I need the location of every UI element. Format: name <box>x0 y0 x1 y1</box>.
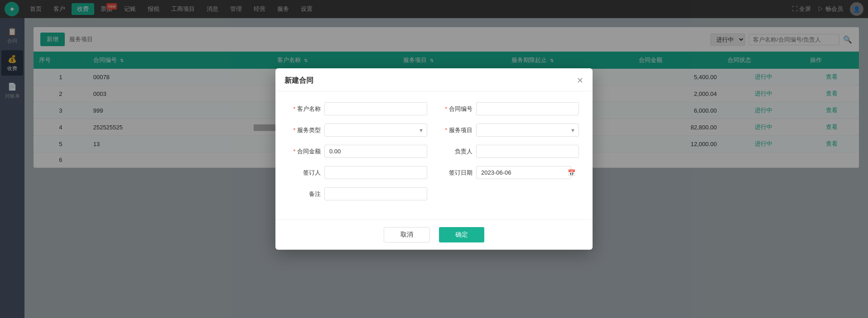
modal-footer: 取消 确定 <box>275 219 593 250</box>
modal-overlay: 新建合同 ✕ 客户名称 合同编号 服务类型 <box>0 0 868 318</box>
cancel-button[interactable]: 取消 <box>384 227 430 242</box>
label-service-item: 服务项目 <box>441 126 473 134</box>
label-note: 备注 <box>289 190 321 198</box>
select-wrapper-service-item: ▼ <box>476 123 579 137</box>
label-amount: 合同金额 <box>289 147 321 156</box>
label-signer: 签订人 <box>289 169 321 177</box>
date-wrapper: 📅 <box>476 166 579 179</box>
label-customer: 客户名称 <box>289 105 321 113</box>
select-wrapper-service-type: ▼ <box>324 123 427 137</box>
form-row-3: 合同金额 负责人 <box>289 145 579 158</box>
modal-title: 新建合同 <box>285 76 313 85</box>
select-service-type[interactable] <box>324 123 427 137</box>
label-service-type: 服务类型 <box>289 126 321 134</box>
input-customer[interactable] <box>324 102 427 115</box>
input-owner[interactable] <box>476 145 579 158</box>
field-service-type: 服务类型 ▼ <box>289 123 427 137</box>
form-row-1: 客户名称 合同编号 <box>289 102 579 115</box>
field-owner: 负责人 <box>441 145 579 158</box>
label-sign-date: 签订日期 <box>441 169 473 177</box>
confirm-button[interactable]: 确定 <box>439 227 484 242</box>
field-service-item: 服务项目 ▼ <box>441 123 579 137</box>
field-amount: 合同金额 <box>289 145 427 158</box>
field-note: 备注 <box>289 187 427 200</box>
field-customer: 客户名称 <box>289 102 427 115</box>
form-row-4: 签订人 签订日期 📅 <box>289 166 579 179</box>
input-signer[interactable] <box>324 166 427 179</box>
modal-close-button[interactable]: ✕ <box>577 76 583 85</box>
modal-header: 新建合同 ✕ <box>275 68 593 91</box>
form-row-5: 备注 <box>289 187 579 200</box>
input-contract-no[interactable] <box>476 102 579 115</box>
input-amount[interactable] <box>324 145 427 158</box>
form-row-2: 服务类型 ▼ 服务项目 ▼ <box>289 123 579 137</box>
field-signer: 签订人 <box>289 166 427 179</box>
new-contract-modal: 新建合同 ✕ 客户名称 合同编号 服务类型 <box>275 68 593 250</box>
field-sign-date: 签订日期 📅 <box>441 166 579 179</box>
field-contract-no: 合同编号 <box>441 102 579 115</box>
modal-body: 客户名称 合同编号 服务类型 ▼ <box>275 91 593 219</box>
input-sign-date[interactable] <box>476 166 571 179</box>
label-contract-no: 合同编号 <box>441 105 473 113</box>
label-owner: 负责人 <box>441 147 473 156</box>
input-note[interactable] <box>324 187 427 200</box>
select-service-item[interactable] <box>476 123 579 137</box>
